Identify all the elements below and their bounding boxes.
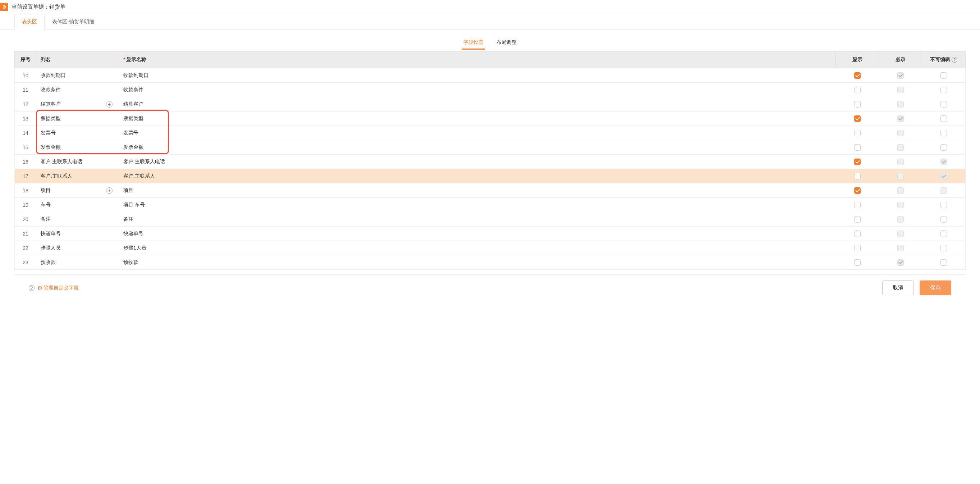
expand-icon[interactable]: +	[106, 101, 113, 108]
show-checkbox[interactable]	[854, 187, 861, 194]
row-display-name[interactable]: 项目	[119, 187, 836, 194]
row-name-cell: 预收款	[36, 259, 119, 266]
readonly-checkbox[interactable]	[940, 130, 947, 136]
row-display-name[interactable]: 结算客户	[119, 101, 836, 108]
row-name-cell: 快递单号	[36, 231, 119, 237]
row-show-cell	[836, 144, 879, 151]
readonly-checkbox[interactable]	[940, 259, 947, 266]
row-name: 发票号	[41, 130, 56, 136]
row-name-cell: 收款到期日	[36, 72, 119, 79]
row-display-name[interactable]: 收款条件	[119, 87, 836, 93]
table-row[interactable]: 17客户.主联系人客户.主联系人	[15, 169, 965, 183]
tab-0[interactable]: 表头区	[14, 14, 45, 30]
row-seq: 13	[15, 116, 36, 121]
show-checkbox[interactable]	[854, 173, 861, 180]
required-checkbox	[897, 216, 904, 223]
row-show-cell	[836, 101, 879, 108]
sub-tab-0[interactable]: 字段设置	[462, 36, 485, 49]
readonly-checkbox[interactable]	[940, 202, 947, 208]
footer-bar: ? ⚙管理自定义字段 取消 保存	[14, 274, 966, 301]
row-display-name[interactable]: 发票号	[119, 130, 836, 136]
row-display-name[interactable]: 预收款	[119, 259, 836, 266]
row-readonly-cell	[922, 115, 965, 122]
show-checkbox[interactable]	[854, 130, 861, 136]
sub-tab-1[interactable]: 布局调整	[495, 36, 518, 49]
row-display-name[interactable]: 客户.主联系人	[119, 173, 836, 180]
readonly-checkbox[interactable]	[940, 245, 947, 252]
col-show-header: 显示	[836, 51, 879, 68]
row-name-cell: 结算客户+	[36, 101, 119, 108]
manage-custom-fields-link[interactable]: ⚙管理自定义字段	[37, 285, 79, 291]
readonly-checkbox[interactable]	[940, 144, 947, 151]
readonly-checkbox	[940, 159, 947, 165]
save-button[interactable]: 保存	[920, 280, 951, 295]
show-checkbox[interactable]	[854, 231, 861, 237]
cancel-button[interactable]: 取消	[882, 280, 914, 295]
show-checkbox[interactable]	[854, 87, 861, 93]
row-readonly-cell	[922, 144, 965, 151]
row-display-name[interactable]: 项目.车号	[119, 202, 836, 208]
tab-1[interactable]: 表体区-销货单明细	[45, 14, 102, 30]
row-name: 发票金额	[41, 144, 61, 151]
row-display-name[interactable]: 步骤1人员	[119, 245, 836, 252]
row-required-cell	[879, 115, 922, 122]
row-display-name[interactable]: 快递单号	[119, 231, 836, 237]
show-checkbox[interactable]	[854, 216, 861, 223]
expand-icon[interactable]: +	[106, 187, 113, 194]
show-checkbox[interactable]	[854, 144, 861, 151]
readonly-checkbox[interactable]	[940, 72, 947, 79]
required-checkbox	[897, 72, 904, 79]
show-checkbox[interactable]	[854, 259, 861, 266]
row-required-cell	[879, 130, 922, 136]
col-readonly-label: 不可编辑	[930, 56, 950, 63]
table-row[interactable]: 21快递单号快递单号	[15, 226, 965, 241]
show-checkbox[interactable]	[854, 202, 861, 208]
table-row[interactable]: 16客户.主联系人电话客户.主联系人电话	[15, 154, 965, 169]
table-row[interactable]: 13票据类型票据类型	[15, 111, 965, 126]
row-name: 票据类型	[41, 115, 61, 122]
help-icon[interactable]: ?	[951, 57, 957, 62]
row-seq: 19	[15, 202, 36, 208]
table-row[interactable]: 15发票金额发票金额	[15, 140, 965, 154]
row-name: 客户.主联系人	[41, 173, 72, 180]
row-display-name[interactable]: 票据类型	[119, 115, 836, 122]
row-display-name[interactable]: 备注	[119, 216, 836, 223]
readonly-checkbox[interactable]	[940, 115, 947, 122]
readonly-checkbox[interactable]	[940, 231, 947, 237]
row-name: 项目	[41, 187, 51, 194]
row-show-cell	[836, 231, 879, 237]
table-row[interactable]: 23预收款预收款	[15, 255, 965, 270]
table-row[interactable]: 12结算客户+结算客户	[15, 97, 965, 111]
show-checkbox[interactable]	[854, 245, 861, 252]
table-row[interactable]: 19车号项目.车号	[15, 198, 965, 212]
row-readonly-cell	[922, 202, 965, 208]
row-name: 快递单号	[41, 231, 61, 237]
table-row[interactable]: 11收款条件收款条件	[15, 83, 965, 97]
row-display-name[interactable]: 客户.主联系人电话	[119, 159, 836, 165]
collapse-toggle[interactable]	[0, 3, 8, 11]
table-row[interactable]: 18项目+项目	[15, 183, 965, 198]
row-seq: 10	[15, 73, 36, 78]
main-tabs: 表头区表体区-销货单明细	[0, 14, 980, 30]
help-icon[interactable]: ?	[29, 285, 35, 291]
show-checkbox[interactable]	[854, 101, 861, 108]
row-show-cell	[836, 173, 879, 180]
show-checkbox[interactable]	[854, 72, 861, 79]
row-display-name[interactable]: 发票金额	[119, 144, 836, 151]
readonly-checkbox[interactable]	[940, 216, 947, 223]
row-required-cell	[879, 245, 922, 252]
show-checkbox[interactable]	[854, 159, 861, 165]
readonly-checkbox[interactable]	[940, 87, 947, 93]
table-row[interactable]: 22步骤人员步骤1人员	[15, 241, 965, 255]
col-display-label: 显示名称	[126, 56, 146, 62]
readonly-checkbox	[940, 173, 947, 180]
row-required-cell	[879, 216, 922, 223]
table-row[interactable]: 20备注备注	[15, 212, 965, 226]
row-display-name[interactable]: 收款到期日	[119, 72, 836, 79]
table-row[interactable]: 10收款到期日收款到期日	[15, 68, 965, 83]
row-name: 预收款	[41, 259, 56, 266]
gear-icon: ⚙	[37, 285, 42, 291]
table-row[interactable]: 14发票号发票号	[15, 126, 965, 140]
show-checkbox[interactable]	[854, 115, 861, 122]
readonly-checkbox[interactable]	[940, 101, 947, 108]
